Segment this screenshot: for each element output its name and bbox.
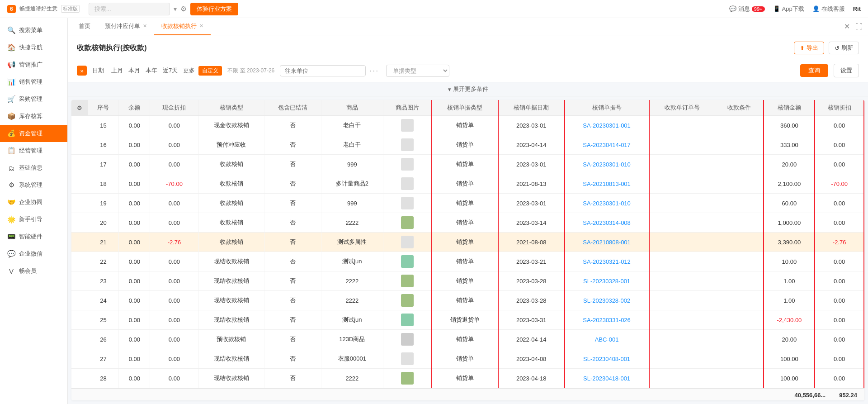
td-goods-image	[383, 135, 432, 155]
sidebar-item-企业微信[interactable]: 💬企业微信	[0, 245, 67, 262]
td-cancel-bill-date: 2023-03-01	[498, 194, 565, 213]
sidebar-item-icon: 🔍	[7, 26, 15, 34]
td-cancel-bill-no[interactable]: SA-20230301-001	[565, 116, 649, 135]
sidebar-item-快捷导航[interactable]: 🏠快捷导航	[0, 39, 67, 56]
cancel-bill-no-link[interactable]: SL-20230328-001	[583, 278, 630, 285]
user-name[interactable]: Rit	[853, 5, 861, 12]
th-receipt-condition: 收款条件	[715, 100, 764, 116]
refresh-btn[interactable]: ↺ 刷新	[829, 42, 859, 54]
cancel-bill-no-link[interactable]: SA-20230414-017	[583, 142, 631, 148]
sidebar-item-label: 库存核算	[19, 112, 42, 120]
td-cancel-bill-no[interactable]: SA-20230301-010	[565, 155, 649, 174]
th-goods: 商品	[321, 100, 383, 116]
sidebar-item-系统管理[interactable]: ⚙系统管理	[0, 176, 67, 194]
cancel-bill-no-link[interactable]: SA-20230321-012	[583, 258, 631, 265]
sidebar-item-label: 营销推广	[19, 61, 42, 69]
td-cancel-bill-no[interactable]: SA-20210813-001	[565, 174, 649, 194]
cancel-bill-no-link[interactable]: SL-20230418-001	[583, 375, 630, 382]
app-download-area[interactable]: 📱 App下载	[773, 5, 804, 13]
sidebar-item-智能硬件[interactable]: 📟智能硬件	[0, 228, 67, 245]
cancel-bill-no-link[interactable]: SA-20230301-001	[583, 122, 631, 129]
td-receipt-condition	[715, 194, 764, 213]
cancel-bill-no-link[interactable]: SA-20230314-008	[583, 219, 631, 226]
sidebar-item-icon: 📋	[7, 147, 15, 155]
page-title: 收款核销执行(按收款)	[77, 43, 147, 53]
sidebar-item-销售管理[interactable]: 📊销售管理	[0, 73, 67, 90]
goods-image	[401, 255, 414, 268]
settings-icon[interactable]: ⚙	[180, 5, 187, 13]
td-settings	[71, 213, 88, 233]
cancel-bill-no-link[interactable]: SL-20230328-002	[583, 297, 630, 304]
date-more-btn[interactable]: 更多	[181, 66, 197, 76]
tab-close-btn[interactable]: ✕	[143, 23, 147, 29]
table-settings-btn[interactable]: 设置	[834, 64, 859, 77]
td-receipt-condition	[715, 213, 764, 233]
sidebar-item-营销推广[interactable]: 📢营销推广	[0, 56, 67, 73]
message-area[interactable]: 💬 消息 99+	[729, 5, 765, 13]
cancel-bill-no-link[interactable]: SL-20230408-001	[583, 356, 630, 362]
sidebar-item-搜索菜单[interactable]: 🔍搜索菜单	[0, 22, 67, 39]
online-service-area[interactable]: 👤 在线客服	[812, 5, 845, 13]
th-settings[interactable]: ⚙	[71, 100, 88, 116]
td-cancel-bill-no[interactable]: SA-20230314-008	[565, 213, 649, 233]
cancel-bill-no-link[interactable]: SA-20210813-001	[583, 181, 631, 187]
td-cancel-bill-no[interactable]: SA-20230301-010	[565, 194, 649, 213]
date-last-month-btn[interactable]: 上月	[109, 66, 125, 76]
td-cancel-amount: 100.00	[764, 349, 815, 369]
query-btn[interactable]: 查询	[800, 64, 828, 77]
sidebar-item-经营管理[interactable]: 📋经营管理	[0, 142, 67, 159]
tab-close-btn[interactable]: ✕	[199, 23, 203, 29]
sidebar-item-采购管理[interactable]: 🛒采购管理	[0, 90, 67, 108]
sidebar-item-库存核算[interactable]: 📦库存核算	[0, 108, 67, 125]
sidebar-item-新手引导[interactable]: 🌟新手引导	[0, 211, 67, 228]
td-balance: 0.00	[119, 291, 150, 310]
th-cancel-bill-type: 核销单据类型	[432, 100, 498, 116]
date-7days-btn[interactable]: 近7天	[161, 66, 179, 76]
sidebar-item-企业协同[interactable]: 🤝企业协同	[0, 194, 67, 211]
export-icon: ⬆	[800, 45, 805, 52]
tab-item-2[interactable]: 收款核销执行✕	[154, 18, 211, 35]
expand-bar[interactable]: ▾ 展开更多条件	[68, 82, 868, 96]
cancel-bill-no-link[interactable]: SA-20230301-010	[583, 200, 631, 207]
counterparty-input[interactable]	[280, 65, 366, 76]
td-cancel-bill-no[interactable]: SL-20230328-001	[565, 271, 649, 291]
td-included-settled: 否	[264, 310, 321, 330]
filter-toggle-btn[interactable]: »	[77, 66, 87, 76]
single-type-select[interactable]: 单据类型	[386, 65, 449, 77]
restore-tab-btn[interactable]: ⛶	[854, 21, 864, 33]
td-goods-image	[383, 174, 432, 194]
search-dropdown-icon[interactable]: ▾	[174, 5, 177, 13]
td-cancel-bill-no[interactable]: SL-20230408-001	[565, 349, 649, 369]
sidebar-item-畅会员[interactable]: V畅会员	[0, 262, 67, 280]
sidebar-item-基础信息[interactable]: 🗂基础信息	[0, 159, 67, 176]
td-cancel-bill-no[interactable]: SA-20230321-012	[565, 252, 649, 271]
tab-item-1[interactable]: 预付冲应付单✕	[98, 18, 154, 35]
td-cancel-bill-no[interactable]: ABC-001	[565, 330, 649, 349]
cancel-bill-no-link[interactable]: SA-20230301-010	[583, 161, 631, 168]
cancel-bill-no-link[interactable]: SA-20210808-001	[583, 239, 631, 246]
td-receipt-order-no	[649, 155, 715, 174]
sidebar-item-label: 资金管理	[19, 129, 42, 138]
td-cancel-bill-no[interactable]: SA-20230331-026	[565, 310, 649, 330]
th-cancel-bill-date: 核销单据日期	[498, 100, 565, 116]
td-cash-discount: 0.00	[150, 291, 198, 310]
date-this-year-btn[interactable]: 本年	[144, 66, 159, 76]
expand-label: 展开更多条件	[453, 85, 488, 93]
td-cancel-bill-no[interactable]: SL-20230418-001	[565, 369, 649, 388]
td-receipt-order-no	[649, 174, 715, 194]
td-goods: 衣服00001	[321, 349, 383, 369]
industry-btn[interactable]: 体验行业方案	[190, 3, 238, 15]
cancel-bill-no-link[interactable]: ABC-001	[595, 336, 619, 343]
td-cancel-bill-no[interactable]: SA-20230414-017	[565, 135, 649, 155]
export-btn[interactable]: ⬆ 导出	[794, 42, 824, 54]
top-search-input[interactable]: 搜索...	[89, 3, 170, 15]
td-cancel-bill-no[interactable]: SL-20230328-002	[565, 291, 649, 310]
date-custom-btn[interactable]: 自定义	[198, 66, 222, 76]
close-tab-btn[interactable]: ✕	[842, 20, 852, 33]
sidebar-item-资金管理[interactable]: 💰资金管理	[0, 125, 67, 142]
td-cancel-bill-no[interactable]: SA-20210808-001	[565, 233, 649, 252]
date-this-month-btn[interactable]: 本月	[127, 66, 142, 76]
cancel-bill-no-link[interactable]: SA-20230331-026	[583, 317, 631, 323]
td-cancel-type: 现结收款核销	[198, 291, 264, 310]
tab-item-0[interactable]: 首页	[71, 18, 98, 35]
